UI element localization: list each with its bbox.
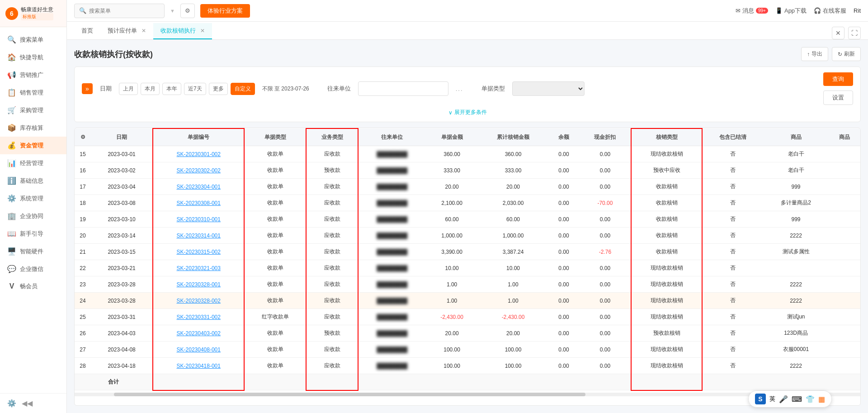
sidebar-item-purchase[interactable]: 🛒 采购管理	[0, 101, 66, 119]
doc-no-link[interactable]: SK-20230314-001	[177, 233, 221, 239]
online-service-button[interactable]: 🎧 在线客服	[814, 7, 846, 15]
this-month-btn[interactable]: 本月	[141, 83, 160, 95]
clipboard-icon: 📋	[7, 88, 16, 97]
sidebar-item-wechat[interactable]: 💬 企业微信	[0, 260, 66, 278]
filter-toggle-button[interactable]: »	[82, 83, 93, 94]
row-balance: 0.00	[548, 162, 580, 179]
doc-no-link[interactable]: SK-20230418-001	[177, 363, 221, 369]
export-button[interactable]: ↑ 导出	[801, 47, 828, 61]
row-include-settled: 否	[702, 260, 763, 276]
row-balance: 0.00	[548, 325, 580, 342]
sougou-logo-icon: S	[755, 394, 766, 404]
sidebar-item-enterprise[interactable]: 🏢 企业协同	[0, 207, 66, 225]
row-product2	[829, 195, 860, 211]
headset-icon: 🎧	[814, 7, 821, 14]
doc-no-link[interactable]: SK-20230304-001	[177, 184, 221, 190]
sidebar-item-business[interactable]: 📊 经营管理	[0, 154, 66, 172]
tab-close-all-button[interactable]: ✕	[832, 27, 844, 39]
sougou-tools-icon[interactable]: ▦	[818, 395, 825, 404]
row-accum-amount: 1.00	[478, 293, 548, 309]
row-accum-amount: 2,030.00	[478, 195, 548, 211]
topbar-search-input[interactable]	[89, 8, 152, 14]
sougou-skin-icon[interactable]: 👕	[806, 395, 815, 404]
row-product2	[829, 325, 860, 342]
custom-date-btn[interactable]: 自定义	[231, 83, 255, 95]
topbar-dropdown[interactable]: ▼	[170, 8, 175, 14]
tab-receipt-exec-close[interactable]: ✕	[200, 28, 205, 34]
table-settings-icon[interactable]: ⚙	[80, 134, 85, 140]
sidebar-item-quick-nav[interactable]: 🏠 快捷导航	[0, 48, 66, 66]
this-year-btn[interactable]: 本年	[162, 83, 181, 95]
sidebar-item-finance[interactable]: 💰 资金管理	[0, 137, 66, 154]
query-button[interactable]: 查询	[823, 72, 853, 86]
row-product1: 2222	[763, 293, 829, 309]
date-range-display: 不限 至 2023-07-26	[262, 85, 309, 93]
row-accum-amount: 20.00	[478, 325, 548, 342]
sidebar-item-marketing[interactable]: 📢 营销推广	[0, 66, 66, 84]
table-row: 19 2023-03-10 SK-20230310-001 收款单 应收款 ██…	[75, 211, 860, 228]
doc-no-link[interactable]: SK-20230331-002	[177, 314, 221, 320]
voucher-type-select[interactable]: 收款单 红字收款单	[512, 81, 585, 96]
footer-collapse-icon[interactable]: ◀◀	[22, 399, 33, 408]
refresh-button[interactable]: ↻ 刷新	[832, 47, 861, 61]
row-doctype: 红字收款单	[244, 309, 306, 325]
row-counterparty: ████████	[358, 260, 425, 276]
tabs-bar: 首页 预计应付单 ✕ 收款核销执行 ✕ ✕ ⛶	[67, 22, 868, 40]
sidebar-item-inventory[interactable]: 📦 库存核算	[0, 119, 66, 137]
tab-home[interactable]: 首页	[74, 23, 100, 39]
last-month-btn[interactable]: 上月	[119, 83, 138, 95]
row-amount: -2,430.00	[425, 309, 478, 325]
sougou-english-icon[interactable]: 英	[769, 395, 775, 403]
tab-receipt-exec[interactable]: 收款核销执行 ✕	[153, 23, 212, 39]
last-7-days-btn[interactable]: 近7天	[184, 83, 206, 95]
sougou-keyboard-icon[interactable]: ⌨	[792, 395, 802, 404]
settings-button[interactable]: 设置	[823, 90, 853, 105]
enterprise-icon: 🏢	[7, 212, 16, 220]
sidebar-item-basic[interactable]: ℹ️ 基础信息	[0, 172, 66, 190]
app-download-button[interactable]: 📱 App下载	[775, 7, 807, 15]
topbar-gear-button[interactable]: ⚙	[180, 4, 195, 18]
row-docno: SK-20230302-002	[153, 162, 244, 179]
row-biztype: 应收款	[306, 211, 359, 228]
sidebar-item-system[interactable]: ⚙️ 系统管理	[0, 190, 66, 207]
more-date-btn[interactable]: 更多	[209, 83, 228, 95]
sidebar-item-hardware[interactable]: 🖥️ 智能硬件	[0, 242, 66, 260]
sougou-toolbar: S 英 🎤 ⌨ 👕 ▦	[748, 390, 832, 408]
sidebar-item-sales[interactable]: 📋 销售管理	[0, 84, 66, 101]
row-product1: 999	[763, 179, 829, 195]
col-cashdisc-header: 现金折扣	[580, 128, 631, 146]
doc-no-link[interactable]: SK-20230315-002	[177, 249, 221, 255]
row-docno: SK-20230418-001	[153, 358, 244, 374]
message-button[interactable]: ✉ 消息 99+	[736, 7, 768, 15]
sidebar-item-guide[interactable]: 📖 新手引导	[0, 225, 66, 242]
sidebar-item-member[interactable]: V 畅会员	[0, 278, 66, 295]
footer-settings-icon[interactable]: ⚙️	[7, 399, 16, 408]
doc-no-link[interactable]: SK-20230321-003	[177, 265, 221, 271]
expand-conditions-button[interactable]: ∨ 展开更多条件	[448, 109, 487, 116]
sidebar-logo: 6 畅康道好生意 标推版	[0, 0, 66, 27]
doc-no-link[interactable]: SK-20230328-001	[177, 281, 221, 288]
sidebar-item-search[interactable]: 🔍 搜索菜单	[0, 31, 66, 48]
doc-no-link[interactable]: SK-20230408-001	[177, 347, 221, 353]
tab-prepay-close[interactable]: ✕	[142, 28, 146, 34]
sougou-mic-icon[interactable]: 🎤	[779, 395, 788, 404]
doc-no-link[interactable]: SK-20230301-002	[177, 151, 221, 157]
tab-expand-button[interactable]: ⛶	[848, 27, 861, 39]
row-product2	[829, 179, 860, 195]
doc-no-link[interactable]: SK-20230328-002	[177, 298, 221, 304]
row-cash-discount: 0.00	[580, 276, 631, 293]
doc-no-link[interactable]: SK-20230308-001	[177, 200, 221, 206]
table-total-row: 合计	[75, 374, 860, 390]
monitor-icon: 🖥️	[7, 247, 16, 256]
topbar-search-box[interactable]: 🔍	[74, 4, 165, 18]
industry-solution-button[interactable]: 体验行业方案	[200, 4, 250, 18]
tab-prepay[interactable]: 预计应付单 ✕	[100, 23, 153, 39]
col-settings[interactable]: ⚙	[75, 128, 91, 146]
counterparty-filter-input[interactable]	[358, 81, 448, 96]
row-no: 19	[75, 211, 91, 228]
doc-no-link[interactable]: SK-20230403-002	[177, 330, 221, 337]
doc-no-link[interactable]: SK-20230310-001	[177, 216, 221, 223]
doc-no-link[interactable]: SK-20230302-002	[177, 167, 221, 174]
col-counterparty-header: 往来单位	[358, 128, 425, 146]
row-balance: 0.00	[548, 309, 580, 325]
